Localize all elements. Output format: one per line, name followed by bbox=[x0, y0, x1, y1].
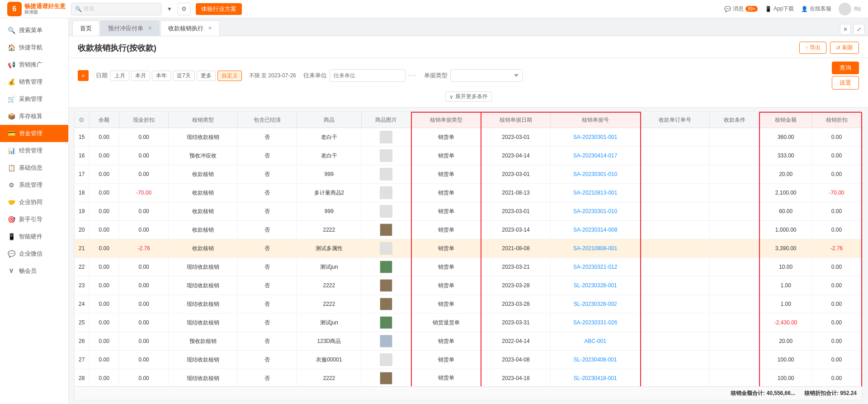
bill-no-link[interactable]: SA-20230301-010 bbox=[573, 208, 617, 214]
online-service-btn[interactable]: 👤 在线客服 bbox=[801, 5, 831, 13]
td-include-settled: 否 bbox=[237, 165, 297, 184]
member-icon: V bbox=[7, 267, 15, 275]
tab-collection-label: 收款核销执行 bbox=[168, 24, 203, 33]
td-verify-type: 现结收款核销 bbox=[169, 128, 238, 147]
tab-prepay[interactable]: 预付冲应付单 ✕ bbox=[100, 20, 160, 36]
column-settings-icon[interactable]: ⚙ bbox=[79, 116, 85, 124]
bill-no-link[interactable]: SA-20230331-026 bbox=[573, 319, 617, 326]
td-verify-amount: 10.00 bbox=[760, 258, 811, 276]
settings-btn[interactable]: 设置 bbox=[832, 76, 859, 90]
sidebar-item-smart-hw[interactable]: 📱 智能硬件 bbox=[0, 228, 68, 245]
nav-dropdown[interactable]: ▼ bbox=[167, 6, 172, 12]
td-collection-order bbox=[641, 202, 710, 221]
td-include-settled: 否 bbox=[237, 202, 297, 221]
td-balance: 0.00 bbox=[89, 147, 119, 165]
date-range-display: 不限 至 2023-07-26 bbox=[249, 72, 296, 80]
sidebar-item-marketing[interactable]: 📢 营销推广 bbox=[0, 56, 68, 73]
bill-no-link[interactable]: SL-20230418-001 bbox=[574, 375, 617, 381]
date-btn-last-month[interactable]: 上月 bbox=[110, 71, 129, 81]
table-row: 18 0.00 -70.00 收款核销 否 多计量商品2 销货单 2021-08… bbox=[75, 184, 862, 202]
td-bill-no: SA-20230321-012 bbox=[550, 258, 640, 276]
bill-no-link[interactable]: SA-20230414-017 bbox=[573, 152, 617, 159]
bill-no-link[interactable]: SA-20230314-008 bbox=[573, 227, 617, 233]
sidebar-item-inventory[interactable]: 📦 库存核算 bbox=[0, 108, 68, 125]
td-bill-date: 2023-03-01 bbox=[481, 165, 550, 184]
sidebar-item-system[interactable]: ⚙ 系统管理 bbox=[0, 176, 68, 194]
sidebar-item-guide[interactable]: 🎯 新手引导 bbox=[0, 211, 68, 228]
logo-icon: 6 bbox=[7, 2, 22, 16]
export-btn[interactable]: ↑ 导出 bbox=[799, 42, 826, 54]
date-btn-custom[interactable]: 自定义 bbox=[217, 71, 242, 81]
sidebar-item-quick-nav[interactable]: 🏠 快捷导航 bbox=[0, 39, 68, 56]
bill-no-link[interactable]: SL-20230328-001 bbox=[574, 282, 617, 289]
bill-no-link[interactable]: SA-20210813-001 bbox=[573, 190, 617, 196]
content-area: 首页 预付冲应付单 ✕ 收款核销执行 ✕ ✕ ⤢ 收款核销执行(按收款) bbox=[69, 18, 868, 404]
sidebar-item-finance[interactable]: 💳 资金管理 bbox=[0, 125, 68, 142]
sidebar-item-search[interactable]: 🔍 搜索菜单 bbox=[0, 22, 68, 39]
td-verify-amount: 20.00 bbox=[760, 332, 811, 351]
gear-icon: ⚙ bbox=[181, 5, 187, 12]
tab-close-btn[interactable]: ✕ bbox=[840, 24, 851, 35]
message-btn[interactable]: 💬 消息 99+ bbox=[724, 5, 758, 13]
bill-no-link[interactable]: SA-20230321-012 bbox=[573, 264, 617, 270]
tab-expand-btn[interactable]: ⤢ bbox=[854, 24, 864, 35]
sidebar-item-sales[interactable]: 💰 销售管理 bbox=[0, 73, 68, 90]
sidebar-item-basic-info[interactable]: 📋 基础信息 bbox=[0, 159, 68, 176]
bill-no-link[interactable]: SA-20230301-010 bbox=[573, 171, 617, 177]
enterprise-icon: 🤝 bbox=[7, 198, 15, 206]
td-product-image bbox=[361, 314, 411, 332]
bill-type-select[interactable] bbox=[450, 69, 523, 82]
sidebar-item-member[interactable]: V 畅会员 bbox=[0, 262, 68, 280]
tab-home[interactable]: 首页 bbox=[72, 20, 99, 36]
industry-btn[interactable]: 体验行业方案 bbox=[196, 3, 242, 15]
td-include-settled: 否 bbox=[237, 128, 297, 147]
table-scroll[interactable]: ⚙ 余额 现金折扣 核销类型 包含已结清 商品 商品图片 核销单据类型 核销单据… bbox=[75, 112, 862, 386]
date-btn-more[interactable]: 更多 bbox=[197, 71, 216, 81]
td-id: 17 bbox=[75, 165, 89, 184]
td-id: 27 bbox=[75, 351, 89, 369]
user-info[interactable]: Rit bbox=[839, 3, 861, 15]
td-verify-discount: 0.00 bbox=[812, 258, 862, 276]
partner-ellipsis[interactable]: ··· bbox=[408, 71, 417, 80]
bill-no-link[interactable]: SA-20230301-001 bbox=[573, 134, 617, 140]
app-download-btn[interactable]: 📱 App下载 bbox=[765, 5, 794, 13]
partner-input[interactable] bbox=[330, 69, 406, 82]
bill-no-link[interactable]: SL-20230328-002 bbox=[574, 301, 617, 307]
sidebar-item-operations[interactable]: 📊 经营管理 bbox=[0, 142, 68, 159]
bill-no-link[interactable]: SL-20230408-001 bbox=[574, 356, 617, 363]
td-bill-date: 2021-08-13 bbox=[481, 184, 550, 202]
sidebar-item-wechat[interactable]: 💬 企业微信 bbox=[0, 245, 68, 262]
tab-bar: 首页 预付冲应付单 ✕ 收款核销执行 ✕ ✕ ⤢ bbox=[69, 18, 868, 36]
refresh-btn[interactable]: ↺ 刷新 bbox=[830, 42, 859, 54]
expand-btn[interactable]: ∨ 展开更多条件 bbox=[445, 91, 492, 102]
settings-button[interactable]: ⚙ bbox=[178, 3, 190, 15]
date-btn-this-month[interactable]: 本月 bbox=[131, 71, 150, 81]
query-btn[interactable]: 查询 bbox=[832, 62, 859, 74]
td-bill-type: 销货单 bbox=[411, 332, 481, 351]
search-box[interactable]: 🔍 搜索 bbox=[71, 3, 161, 15]
td-verify-type: 现结收款核销 bbox=[169, 369, 238, 387]
tab-collection-close[interactable]: ✕ bbox=[208, 25, 212, 31]
sidebar: 🔍 搜索菜单 🏠 快捷导航 📢 营销推广 💰 销售管理 🛒 采购管理 📦 库存核… bbox=[0, 18, 69, 404]
filter-toggle-btn[interactable]: » bbox=[78, 70, 89, 81]
tab-prepay-close[interactable]: ✕ bbox=[148, 25, 152, 31]
td-balance: 0.00 bbox=[89, 258, 119, 276]
sidebar-label-search: 搜索菜单 bbox=[19, 26, 42, 34]
sidebar-item-purchase[interactable]: 🛒 采购管理 bbox=[0, 90, 68, 108]
brand-name: 畅捷通谱好生意 bbox=[24, 3, 66, 10]
bill-no-link[interactable]: ABC-001 bbox=[584, 338, 606, 344]
sidebar-label-wechat: 企业微信 bbox=[19, 250, 42, 258]
expand-label: 展开更多条件 bbox=[455, 93, 488, 100]
date-btn-7days[interactable]: 近7天 bbox=[173, 71, 195, 81]
td-cash-discount: 0.00 bbox=[119, 369, 168, 387]
partner-label: 往来单位 bbox=[303, 71, 327, 80]
td-collection-order bbox=[641, 295, 710, 314]
td-cash-discount: 0.00 bbox=[119, 314, 168, 332]
td-bill-no: SL-20230408-001 bbox=[550, 351, 640, 369]
date-btn-this-year[interactable]: 本年 bbox=[152, 71, 171, 81]
td-product-image bbox=[361, 332, 411, 351]
sidebar-item-enterprise[interactable]: 🤝 企业协同 bbox=[0, 194, 68, 211]
bill-no-link[interactable]: SA-20210808-001 bbox=[573, 245, 617, 252]
tab-collection[interactable]: 收款核销执行 ✕ bbox=[160, 20, 220, 36]
td-product: 测试jun bbox=[297, 314, 361, 332]
